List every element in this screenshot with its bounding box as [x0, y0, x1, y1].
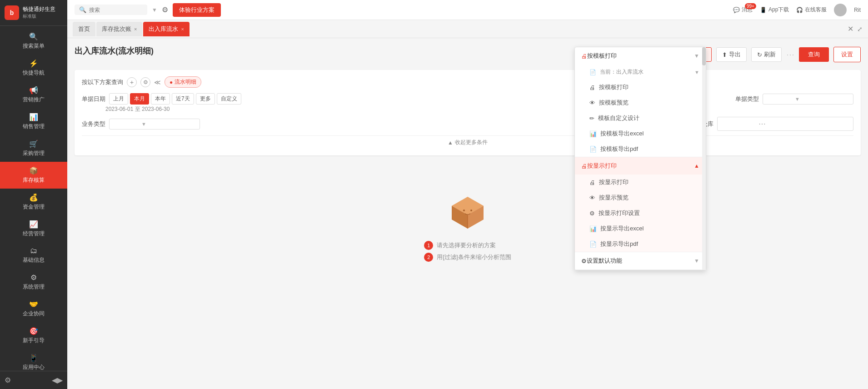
template-print-item-5-icon: 📄: [589, 146, 597, 153]
search-menu-icon: 🔍: [29, 32, 38, 41]
topbar-search-box[interactable]: 🔍: [75, 5, 147, 15]
app-name: 畅捷通好生意: [23, 6, 55, 13]
main-area: 🔍 ▼ ⚙ 体验行业方案 💬 消息 99+ 📱 App下载 🎧 在线客服: [67, 0, 868, 389]
user-avatar[interactable]: [834, 4, 847, 16]
tab-flow-close-icon[interactable]: ×: [181, 26, 184, 32]
app-download-button[interactable]: 📱 App下载: [760, 6, 789, 14]
sidebar-item-guide[interactable]: 🎯 新手引导: [0, 322, 67, 349]
sidebar-item-purchase[interactable]: 🛒 采购管理: [0, 135, 67, 162]
billtype-select[interactable]: ▼: [763, 94, 853, 105]
display-print-item-3-icon: ⚙: [589, 210, 595, 217]
sidebar-item-guide-label: 新手引导: [23, 337, 45, 344]
collapse-conditions-button[interactable]: ▲ 收起更多条件: [82, 135, 853, 149]
template-print-item-1[interactable]: 🖨 按模板打印: [575, 80, 706, 95]
display-print-item-5[interactable]: 📄 按显示导出pdf: [575, 236, 706, 252]
warehouse-more-icon: ⋯: [758, 120, 766, 128]
default-settings-icon: ⚙: [581, 258, 587, 264]
sidebar-item-quicknav[interactable]: ⚡ 快捷导航: [0, 55, 67, 81]
template-print-section-icon: 🖨: [581, 53, 587, 60]
template-print-item-2-icon: 👁: [589, 100, 595, 106]
filter-settings-button[interactable]: ⚙: [140, 77, 150, 87]
query-button[interactable]: 查询: [799, 47, 829, 62]
display-print-item-1[interactable]: 🖨 按显示打印: [575, 175, 706, 190]
sidebar-item-finance[interactable]: 💰 资金管理: [0, 189, 67, 215]
business-type-select[interactable]: ▼: [109, 119, 200, 130]
date-this-month-btn[interactable]: 本月: [130, 93, 149, 105]
template-print-item-2[interactable]: 👁 按模板预览: [575, 95, 706, 110]
app-version: 标准版: [23, 13, 55, 20]
sidebar-item-inventory[interactable]: 📦 库存核算: [0, 162, 67, 189]
tab-flow-label: 出入库流水: [149, 25, 178, 33]
tab-home[interactable]: 首页: [73, 22, 95, 36]
collapse-label: 收起更多条件: [455, 139, 488, 146]
template-print-item-4[interactable]: 📊 按模板导出excel: [575, 126, 706, 141]
online-service-button[interactable]: 🎧 在线客服: [796, 6, 827, 14]
template-print-item-5[interactable]: 📄 按模板导出pdf: [575, 141, 706, 157]
display-print-item-2[interactable]: 👁 按显示预览: [575, 190, 706, 205]
tab-flow[interactable]: 出入库流水 ×: [143, 22, 189, 36]
sidebar-nav: 🔍 搜索菜单 ⚡ 快捷导航 📢 营销推广 📊 销售管理 🛒 采购管理 📦 库存核…: [0, 26, 67, 371]
tab-batch[interactable]: 库存批次账 ×: [96, 22, 142, 36]
sales-icon: 📊: [29, 113, 38, 121]
display-print-item-3[interactable]: ⚙ 按显示打印设置: [575, 205, 706, 221]
tab-batch-close-icon[interactable]: ×: [134, 26, 137, 32]
date-custom-btn[interactable]: 自定义: [217, 93, 241, 105]
warehouse-field[interactable]: ⋯: [717, 117, 853, 131]
settings-bottom-icon[interactable]: ⚙: [5, 376, 11, 384]
filter-warehouse-item: 仓库 ⋯: [702, 117, 853, 131]
search-icon: 🔍: [79, 6, 86, 13]
template-print-item-1-label: 按模板打印: [599, 83, 629, 91]
template-print-item-3[interactable]: ✏ 模板自定义设计: [575, 110, 706, 126]
step2-number: 2: [424, 253, 433, 262]
display-print-section-header[interactable]: 🖨 按显示打印 ▲: [575, 157, 706, 175]
display-print-item-4-icon: 📊: [589, 225, 597, 232]
message-button[interactable]: 💬 消息 99+: [733, 6, 753, 14]
topbar-settings-icon[interactable]: ⚙: [162, 5, 168, 14]
close-window-icon[interactable]: ✕: [848, 25, 853, 33]
expand-window-icon[interactable]: ⤢: [857, 25, 863, 33]
filter-tag-icon: ●: [170, 79, 173, 85]
template-print-item-3-icon: ✏: [589, 115, 594, 122]
display-print-item-3-label: 按显示打印设置: [599, 209, 640, 217]
sidebar-item-purchase-label: 采购管理: [23, 150, 45, 157]
display-print-section: 🖨 按显示打印 ▲ 🖨 按显示打印 👁: [575, 157, 706, 252]
print-dropdown: 🖨 按模板打印 ▼ 📄 当前：出入库: [574, 47, 706, 270]
sidebar-item-marketing[interactable]: 📢 营销推广: [0, 81, 67, 108]
filter-section-label: 按以下方案查询: [82, 78, 123, 86]
sidebar-item-enterprise[interactable]: 🤝 企业协同: [0, 295, 67, 322]
sidebar-item-operations[interactable]: 📈 经营管理: [0, 215, 67, 242]
sidebar-item-sales[interactable]: 📊 销售管理: [0, 108, 67, 135]
apps-icon: 📱: [29, 354, 38, 362]
display-print-item-2-label: 按显示预览: [599, 194, 629, 202]
default-settings-header[interactable]: ⚙ 设置默认功能 ▼: [575, 252, 706, 269]
settings-button[interactable]: 设置: [833, 47, 861, 62]
display-print-item-4-label: 按显示导出excel: [600, 224, 644, 233]
filter-tag-label: 流水明细: [175, 78, 196, 86]
empty-illustration: [445, 190, 490, 235]
sidebar-item-search[interactable]: 🔍 搜索菜单: [0, 28, 67, 55]
sidebar-item-system[interactable]: ⚙ 系统管理: [0, 269, 67, 295]
logo-icon: b: [5, 5, 19, 20]
display-print-section-icon: 🖨: [581, 163, 587, 170]
sidebar-item-basic[interactable]: 🗂 基础信息: [0, 242, 67, 269]
date-last-month-btn[interactable]: 上月: [109, 93, 128, 105]
step2-text: 用[过滤]条件来缩小分析范围: [437, 253, 511, 261]
date-7days-btn[interactable]: 近7天: [172, 93, 194, 105]
export-icon: ⬆: [722, 51, 727, 58]
message-icon: 💬: [733, 7, 740, 13]
collapse-sidebar-icon[interactable]: ◀▶: [52, 376, 63, 384]
search-input[interactable]: [89, 7, 135, 13]
display-print-item-4[interactable]: 📊 按显示导出excel: [575, 221, 706, 236]
date-more-btn[interactable]: 更多: [196, 93, 215, 105]
sidebar-item-apps[interactable]: 📱 应用中心: [0, 349, 67, 371]
date-this-year-btn[interactable]: 本年: [151, 93, 170, 105]
sidebar-item-sales-label: 销售管理: [23, 123, 45, 130]
trial-button[interactable]: 体验行业方案: [173, 3, 221, 17]
export-button[interactable]: ⬆ 导出: [716, 47, 747, 62]
template-print-section-header[interactable]: 🖨 按模板打印 ▼: [575, 47, 706, 65]
refresh-button[interactable]: ↻ 刷新: [751, 47, 782, 62]
step1-number: 1: [424, 241, 433, 250]
filter-collapse-button[interactable]: ≪: [154, 79, 161, 86]
active-filter-tag[interactable]: ● 流水明细: [165, 76, 201, 88]
filter-add-button[interactable]: +: [127, 77, 137, 87]
